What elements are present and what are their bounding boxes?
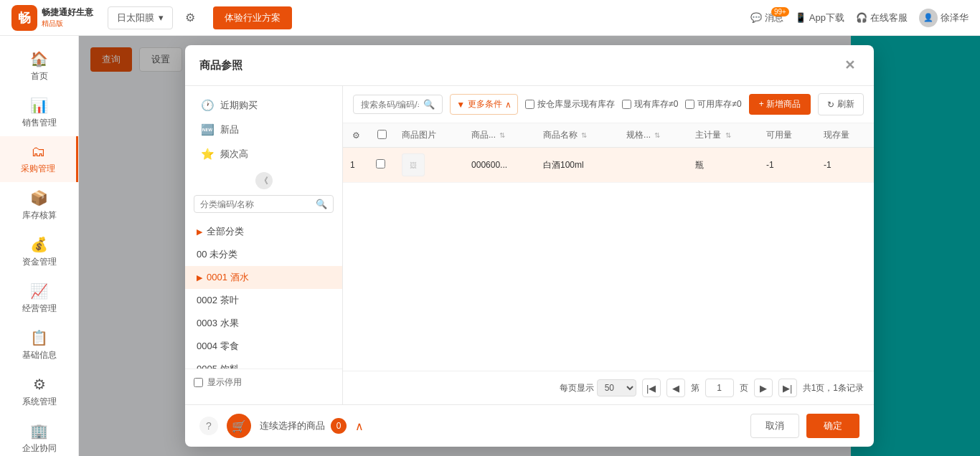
col-image: 商品图片 — [395, 123, 464, 148]
sidebar: 🏠 首页 📊 销售管理 🗂 采购管理 📦 库存核算 💰 资金管理 📈 经营管理 … — [0, 36, 79, 456]
user-menu[interactable]: 👤 徐泽华 — [919, 9, 969, 27]
sidebar-item-system[interactable]: ⚙ 系统管理 — [0, 369, 78, 415]
current-stock-checkbox-label[interactable]: 现有库存≠0 — [622, 98, 678, 110]
sidebar-item-operations[interactable]: 📈 经营管理 — [0, 275, 78, 322]
sidebar-item-basic-info[interactable]: 📋 基础信息 — [0, 322, 78, 369]
search-icon[interactable]: 🔍 — [423, 99, 435, 110]
warehouse-stock-checkbox-label[interactable]: 按仓库显示现有库存 — [525, 98, 615, 110]
refresh-icon: ↻ — [827, 100, 834, 110]
online-service-button[interactable]: 🎧 在线客服 — [856, 11, 908, 24]
product-thumbnail: 🖼 — [402, 153, 425, 176]
show-disabled-row: 显示停用 — [185, 369, 342, 396]
sidebar-item-inventory[interactable]: 📦 库存核算 — [0, 182, 78, 229]
cart-button[interactable]: 🛒 — [227, 414, 251, 438]
navbar-right: 💬 消息 99+ 📱 App下载 🎧 在线客服 👤 徐泽华 — [750, 9, 969, 27]
star-icon: ⭐ — [201, 148, 215, 161]
quick-high-frequency[interactable]: ⭐ 频次高 — [194, 143, 334, 165]
settings-gear-icon[interactable]: ⚙ — [352, 130, 360, 141]
available-stock-checkbox[interactable] — [685, 100, 694, 109]
row-unit: 瓶 — [688, 148, 759, 183]
clock-icon: 🕐 — [201, 99, 215, 112]
modal-body: 🕐 近期购买 🆕 新品 ⭐ 频次高 — [185, 86, 874, 404]
footer-collapse-button[interactable]: ∧ — [355, 419, 364, 433]
store-dropdown[interactable]: 日太阳膜 ▾ — [108, 6, 173, 29]
inventory-icon: 📦 — [30, 189, 48, 206]
collapse-button[interactable]: 《 — [255, 172, 273, 189]
app-download-button[interactable]: 📱 App下载 — [795, 11, 844, 24]
settings-icon[interactable]: ⚙ — [179, 6, 202, 29]
right-panel: 🔍 ▼ 更多条件 ∧ 按仓库显示现有库存 — [343, 86, 874, 404]
sidebar-item-sales[interactable]: 📊 销售管理 — [0, 90, 78, 136]
warehouse-stock-checkbox[interactable] — [525, 100, 534, 109]
add-product-button[interactable]: + 新增商品 — [749, 94, 811, 115]
category-0001[interactable]: ▶ 0001 酒水 — [185, 266, 342, 289]
per-page-select[interactable]: 20 50 100 — [597, 379, 636, 396]
row-code: 000600... — [464, 148, 536, 183]
current-stock-checkbox[interactable] — [622, 100, 631, 109]
first-page-button[interactable]: |◀ — [642, 379, 661, 397]
col-available: 可用量 — [759, 123, 816, 148]
modal-footer: ? 🛒 连续选择的商品 0 ∧ 取消 确定 — [185, 404, 874, 447]
help-button[interactable]: ? — [199, 417, 218, 435]
left-panel: 🕐 近期购买 🆕 新品 ⭐ 频次高 — [185, 86, 343, 404]
main-layout: 🏠 首页 📊 销售管理 🗂 采购管理 📦 库存核算 💰 资金管理 📈 经营管理 … — [0, 36, 980, 456]
product-search-input[interactable] — [361, 100, 419, 110]
last-page-button[interactable]: ▶| — [778, 379, 797, 397]
search-toolbar: 🔍 ▼ 更多条件 ∧ 按仓库显示现有库存 — [343, 86, 874, 123]
experience-button[interactable]: 体验行业方案 — [213, 6, 292, 29]
category-0002[interactable]: 0002 茶叶 — [185, 289, 342, 312]
sidebar-item-enterprise[interactable]: 🏢 企业协同 — [0, 415, 78, 456]
sidebar-item-home[interactable]: 🏠 首页 — [0, 43, 78, 90]
sidebar-item-finance[interactable]: 💰 资金管理 — [0, 229, 78, 275]
table-row[interactable]: 1 🖼 000600... 白酒100ml 瓶 — [343, 148, 874, 183]
category-0004[interactable]: 0004 零食 — [185, 335, 342, 358]
col-spec: 规格... ⇅ — [619, 123, 688, 148]
avatar: 👤 — [919, 9, 938, 27]
row-checkbox — [369, 148, 395, 183]
logo-icon: 畅 — [11, 5, 37, 31]
product-reference-modal: 商品参照 ✕ 🕐 近期购买 🆕 — [185, 45, 874, 447]
category-search-box: 🔍 — [194, 195, 334, 213]
category-search-input[interactable] — [200, 199, 311, 209]
more-filters-button[interactable]: ▼ 更多条件 ∧ — [450, 94, 518, 115]
message-icon: 💬 — [750, 12, 762, 23]
category-00[interactable]: 00 未分类 — [185, 243, 342, 266]
modal-close-button[interactable]: ✕ — [839, 55, 859, 75]
row-available: -1 — [759, 148, 816, 183]
cancel-button[interactable]: 取消 — [750, 414, 799, 438]
next-page-button[interactable]: ▶ — [754, 379, 773, 397]
main-content: 查询 设置 刷新 商品参照 ✕ — [79, 36, 980, 456]
product-table-container: ⚙ 商品图片 商品... ⇅ 商品名称 ⇅ 规格... ⇅ 主计量 ⇅ 可用量 — [343, 123, 874, 371]
new-icon: 🆕 — [201, 123, 215, 136]
messages-button[interactable]: 💬 消息 99+ — [750, 11, 783, 24]
chevron-down-icon: ▾ — [159, 12, 164, 23]
search-icon[interactable]: 🔍 — [316, 199, 327, 209]
pagination-bar: 每页显示 20 50 100 |◀ ◀ 第 页 — [343, 371, 874, 404]
sidebar-item-purchase[interactable]: 🗂 采购管理 — [0, 136, 78, 182]
navbar: 畅 畅捷通好生意 精品版 日太阳膜 ▾ ⚙ 体验行业方案 💬 消息 99+ 📱 … — [0, 0, 980, 36]
row-stock: -1 — [816, 148, 874, 183]
refresh-button[interactable]: ↻ 刷新 — [818, 93, 864, 115]
col-settings: ⚙ — [343, 123, 369, 148]
prev-page-button[interactable]: ◀ — [666, 379, 685, 397]
page-number-input[interactable] — [705, 379, 734, 397]
confirm-button[interactable]: 确定 — [806, 414, 859, 438]
row-image: 🖼 — [395, 148, 464, 183]
available-stock-checkbox-label[interactable]: 可用库存≠0 — [685, 98, 741, 110]
select-all-checkbox[interactable] — [377, 130, 387, 139]
product-table: ⚙ 商品图片 商品... ⇅ 商品名称 ⇅ 规格... ⇅ 主计量 ⇅ 可用量 — [343, 123, 874, 183]
category-0003[interactable]: 0003 水果 — [185, 312, 342, 335]
col-unit: 主计量 ⇅ — [688, 123, 759, 148]
headset-icon: 🎧 — [856, 12, 867, 23]
col-name: 商品名称 ⇅ — [536, 123, 619, 148]
quick-new-product[interactable]: 🆕 新品 — [194, 119, 334, 141]
category-all[interactable]: ▶ 全部分类 — [185, 220, 342, 243]
selected-count-badge: 0 — [331, 418, 347, 434]
row-select-checkbox[interactable] — [376, 159, 385, 168]
category-list: ▶ 全部分类 00 未分类 ▶ 0001 酒水 0002 茶 — [185, 220, 342, 369]
row-num: 1 — [343, 148, 369, 183]
quick-recent-purchase[interactable]: 🕐 近期购买 — [194, 95, 334, 116]
category-0005[interactable]: 0005 饮料 — [185, 358, 342, 369]
col-code: 商品... ⇅ — [464, 123, 536, 148]
show-disabled-checkbox[interactable] — [194, 378, 203, 387]
